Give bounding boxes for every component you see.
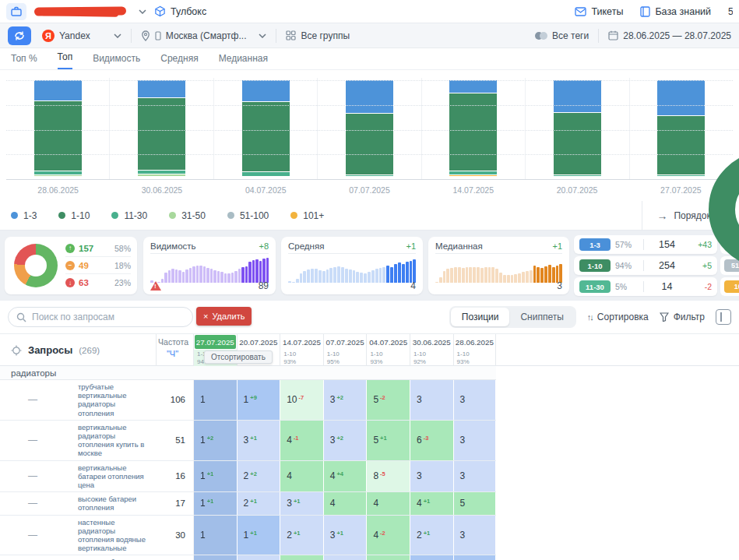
rank-row-1-3[interactable]: 1-357%154+43 [574,235,717,254]
position-value: 4 [330,498,336,509]
tags-select[interactable]: Все теги [535,30,589,41]
knowledge-base-link[interactable]: База знаний [640,6,711,17]
top-range-label: 1-10 [457,350,496,358]
refresh-button[interactable] [8,26,31,45]
spark-header: Средняя+1 [288,241,416,254]
visibility-card[interactable]: Видимость+889 [143,237,276,294]
toggle-позиции[interactable]: Позиции [451,308,510,326]
query-name[interactable]: трубчатые вертикальные радиаторы отоплен… [78,380,156,420]
position-value: 10 [287,394,297,405]
position-value: 3 [417,394,422,405]
position-value: 3 [330,394,336,405]
rank-row-1-10[interactable]: 1-1094%254+5 [574,256,717,275]
position-delta: +9 [250,394,257,401]
legend-item-1-3[interactable]: 1-3 [11,210,37,221]
rank-row-cut-100[interactable]: 100+ [720,277,739,296]
spark-header: Видимость+8 [150,241,269,254]
row-dash-icon[interactable]: — [28,530,37,541]
top-range-label: 1-10 [283,350,323,358]
query-name[interactable]: длинные батареи отопления [78,555,156,560]
query-search[interactable] [8,307,193,327]
queries-title: Запросы [28,344,72,356]
date-range-picker[interactable]: 28.06.2025 — 28.07.2025 [608,30,731,41]
query-group-row[interactable]: радиаторы [0,366,496,380]
row-dash-icon[interactable]: — [28,498,37,509]
legend-item-1-10[interactable]: 1-10 [58,210,90,221]
rank-percent: 5% [615,282,639,291]
query-name[interactable]: вертикальные радиаторы отопления купить … [78,421,156,460]
position-value: 1 [200,498,206,509]
position-value: 1 [200,435,206,446]
summary-strip: ↑15758%−4918%↓6323% Видимость+889 Средня… [0,231,739,301]
query-name[interactable]: высокие батареи отопления [78,492,156,514]
frequency-label: Частота [157,337,188,347]
query-cell: —высокие батареи отопления [0,492,156,514]
tab-медианная[interactable]: Медианная [219,53,268,69]
dynamics-donut-card: ↑15758%−4918%↓6323% [5,237,137,294]
delete-label: Удалить [212,312,245,321]
position-value: 4 [330,470,336,481]
top-range-percent: 93% [283,358,323,366]
spark-delta: +1 [406,241,416,251]
filter-label: Фильтр [674,312,705,322]
region-select[interactable]: Москва (Смартф... [141,30,267,41]
tab-средняя[interactable]: Средняя [160,53,198,69]
gridline [6,154,733,155]
date-column-header[interactable]: 04.07.20251-1093% [366,334,410,366]
tickets-link[interactable]: Тикеты [575,6,623,17]
spark-bar [262,259,266,283]
rank-badge: 1-3 [579,238,611,251]
flat-circle-icon: − [65,261,75,270]
legend-item-31-50[interactable]: 31-50 [169,210,206,221]
position-cell: 6-3 [410,421,453,460]
date-label: 28.06.2025 [455,335,495,349]
median-card[interactable]: Медианная+13 [428,237,569,294]
position-delta: +2 [336,435,343,442]
spark-bar [255,259,259,283]
tab-видимость[interactable]: Видимость [93,53,140,69]
columns-settings-icon-cut-off[interactable] [716,309,731,325]
average-card[interactable]: Средняя+14 [281,237,423,294]
delete-column-button[interactable]: × Удалить [196,307,252,326]
chart-column [318,78,421,179]
legend-item-11-30[interactable]: 11-30 [111,210,147,221]
search-input[interactable] [32,312,164,322]
row-dash-icon[interactable]: — [28,435,37,446]
legend-item-101[interactable]: 101+ [290,210,324,221]
target-icon[interactable] [11,345,22,356]
position-cell: 4-3 [366,555,410,560]
top-range-percent: 93% [370,358,410,366]
group-label: радиаторы [11,368,56,378]
frequency-value: 106 [156,380,193,420]
divider [131,29,132,43]
tab-топ[interactable]: Топ % [11,53,37,69]
date-column-header[interactable]: 14.07.20251-1093% [280,334,323,366]
rank-row-11-30[interactable]: 11-305%14-2 [574,277,717,296]
chevron-down-icon[interactable] [139,9,146,14]
legend-item-51-100[interactable]: 51-100 [227,210,269,221]
table-row: —настенные радиаторы отопления водяные в… [0,516,496,556]
position-cell: 1+1 [193,461,237,492]
tab-топ[interactable]: Топ [58,51,73,69]
projects-button[interactable] [6,3,26,20]
frequency-header-cell[interactable]: Частота "Ч" [156,334,193,366]
query-name[interactable]: настенные радиаторы отопления водяные ве… [78,516,156,555]
query-name[interactable]: вертикальные батареи отопления цена [78,461,156,492]
date-column-header[interactable]: 07.07.20251-1095% [323,334,367,366]
row-dash-icon[interactable]: — [28,394,37,405]
spark-bars [150,256,269,283]
project-name-redacted[interactable] [34,6,128,17]
groups-select[interactable]: Все группы [286,30,350,41]
row-dash-icon[interactable]: — [28,470,37,481]
date-column-header[interactable]: 28.06.20251-1093% [453,334,497,366]
position-value: 4 [373,498,378,509]
toggle-сниппеты[interactable]: Сниппеты [509,308,574,326]
up-circle-icon: ↑ [65,244,75,253]
toolbox-link[interactable]: Тулбокс [154,5,206,17]
chart-legend: 1-31-1011-3031-5051-100101+ → Порядок да… [0,201,739,231]
date-column-header[interactable]: 30.06.20251-1092% [410,334,453,366]
sort-button[interactable]: ↑↓ Сортировка [587,312,649,322]
search-engine-select[interactable]: Я Yandex [42,30,121,42]
filter-button[interactable]: Фильтр [660,312,705,322]
legend-label: 101+ [303,210,324,221]
